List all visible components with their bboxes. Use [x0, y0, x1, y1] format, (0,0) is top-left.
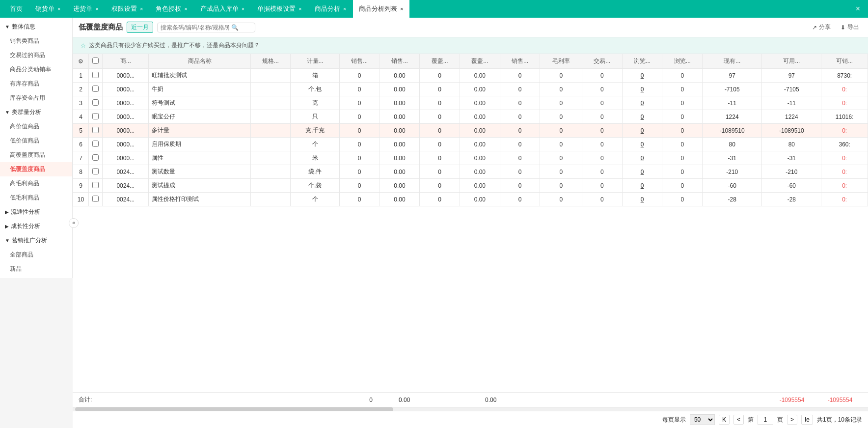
th-trade: 交易... [582, 54, 622, 69]
sidebar-section-overall[interactable]: ▼ 整体信息 [0, 20, 72, 34]
row-cover1: 0 [420, 138, 460, 151]
row-checkbox[interactable] [89, 69, 103, 83]
row-spec [250, 110, 291, 124]
sidebar-item-stock-capital[interactable]: 库存资金占用 [0, 91, 72, 105]
sidebar-item-high-margin[interactable]: 高毛利商品 [0, 176, 72, 191]
row-checkbox[interactable] [89, 124, 103, 138]
row-browse1[interactable]: 0 [622, 193, 662, 206]
row-checkbox[interactable] [89, 151, 103, 165]
row-checkbox[interactable] [89, 138, 103, 151]
th-settings[interactable]: ⚙ [73, 54, 89, 69]
first-page-button[interactable]: K [719, 415, 730, 425]
row-sales-amt: 0.00 [380, 83, 420, 96]
row-checkbox[interactable] [89, 193, 103, 206]
nav-permission[interactable]: 权限设置 × [106, 0, 149, 18]
select-all-checkbox[interactable] [92, 57, 99, 64]
row-browse1[interactable]: 0 [622, 151, 662, 165]
nav-product[interactable]: 产成品入库单 × [194, 0, 250, 18]
th-checkbox[interactable] [89, 54, 103, 69]
sidebar-item-low-value[interactable]: 低价值商品 [0, 134, 72, 148]
search-input[interactable] [161, 24, 229, 31]
sidebar-collapse-button[interactable]: « [69, 218, 79, 228]
row-select-checkbox[interactable] [92, 113, 99, 119]
nav-product-label: 产成品入库单 [200, 4, 239, 13]
sidebar-section-marketing[interactable]: ▼ 营销推广分析 [0, 233, 72, 248]
row-checkbox[interactable] [89, 110, 103, 124]
next-page-button[interactable]: > [787, 415, 797, 425]
sidebar-item-stock-goods[interactable]: 有库存商品 [0, 77, 72, 91]
row-checkbox[interactable] [89, 96, 103, 110]
sidebar: ▼ 整体信息 销售类商品 交易过的商品 商品分类动销率 有库存商品 库存资金占用… [0, 18, 73, 278]
row-browse1[interactable]: 0 [622, 110, 662, 124]
sidebar-item-category-rate[interactable]: 商品分类动销率 [0, 62, 72, 77]
row-sellable: 0: [821, 83, 868, 96]
row-select-checkbox[interactable] [92, 154, 99, 161]
row-sales-amt: 0.00 [380, 110, 420, 124]
date-filter-button[interactable]: 近一月 [127, 22, 153, 33]
sidebar-item-all-goods[interactable]: 全部商品 [0, 248, 72, 262]
sidebar-item-sales-goods[interactable]: 销售类商品 [0, 34, 72, 48]
row-available: -11 [762, 96, 821, 110]
sidebar-item-traded-goods[interactable]: 交易过的商品 [0, 48, 72, 62]
row-browse1[interactable]: 0 [622, 124, 662, 138]
row-select-checkbox[interactable] [92, 168, 99, 174]
row-browse1[interactable]: 0 [622, 179, 662, 193]
prev-page-button[interactable]: < [733, 415, 744, 425]
nav-template-close[interactable]: × [298, 6, 301, 12]
row-checkbox[interactable] [89, 179, 103, 193]
sidebar-item-high-coverage[interactable]: 高覆盖度商品 [0, 148, 72, 162]
row-browse1[interactable]: 0 [622, 83, 662, 96]
row-checkbox[interactable] [89, 83, 103, 96]
row-code: 0024... [103, 179, 149, 193]
nav-analysis[interactable]: 商品分析 × [309, 0, 352, 18]
row-browse1[interactable]: 0 [622, 138, 662, 151]
nav-analysis-list-close[interactable]: × [400, 6, 403, 12]
sidebar-section-growth[interactable]: ▶ 成长性分析 [0, 219, 72, 233]
row-checkbox[interactable] [89, 165, 103, 179]
row-browse1[interactable]: 0 [622, 165, 662, 179]
nav-purchase-close[interactable]: × [95, 6, 98, 12]
row-browse1[interactable]: 0 [622, 96, 662, 110]
export-button[interactable]: ⬇ 导出 [838, 22, 862, 32]
row-trade: 0 [582, 151, 622, 165]
nav-home[interactable]: 首页 [4, 0, 28, 18]
sidebar-section-group[interactable]: ▼ 类群量分析 [0, 105, 72, 119]
search-icon[interactable]: 🔍 [231, 24, 239, 31]
row-gross-rate: 0 [540, 83, 582, 96]
row-code: 0000... [103, 138, 149, 151]
sidebar-item-new-goods[interactable]: 新品 [0, 262, 72, 276]
nav-analysis-list[interactable]: 商品分析列表 × [353, 0, 409, 18]
table-row: 90024...测试提成个,袋00.0000.0000000-60-600: [73, 179, 868, 193]
sidebar-item-high-value[interactable]: 高价值商品 [0, 119, 72, 134]
last-page-button[interactable]: Ie [801, 415, 813, 425]
sidebar-item-low-margin[interactable]: 低毛利商品 [0, 191, 72, 205]
nav-purchase[interactable]: 进货单 × [67, 0, 104, 18]
nav-analysis-close[interactable]: × [343, 6, 346, 12]
nav-role-close[interactable]: × [184, 6, 187, 12]
share-button[interactable]: ↗ 分享 [809, 22, 834, 32]
row-select-checkbox[interactable] [92, 86, 99, 92]
nav-sales-close[interactable]: × [57, 6, 60, 12]
sidebar-item-low-coverage[interactable]: 低覆盖度商品 [0, 162, 72, 176]
page-number-input[interactable] [758, 415, 773, 425]
per-page-select[interactable]: 50 10 20 100 [690, 414, 715, 425]
row-select-checkbox[interactable] [92, 182, 99, 188]
row-select-checkbox[interactable] [92, 127, 99, 133]
nav-sales[interactable]: 销货单 × [29, 0, 66, 18]
nav-analysis-list-label: 商品分析列表 [359, 4, 397, 13]
row-select-checkbox[interactable] [92, 141, 99, 147]
row-select-checkbox[interactable] [92, 196, 99, 202]
nav-global-close[interactable]: × [852, 4, 864, 13]
row-unit: 个,袋 [291, 179, 339, 193]
row-cover1: 0 [420, 124, 460, 138]
nav-template[interactable]: 单据模板设置 × [251, 0, 307, 18]
row-gross-rate: 0 [540, 110, 582, 124]
nav-role[interactable]: 角色授权 × [150, 0, 193, 18]
horizontal-scrollbar[interactable] [73, 407, 868, 411]
nav-product-close[interactable]: × [242, 6, 244, 12]
row-browse1[interactable]: 0 [622, 69, 662, 83]
row-select-checkbox[interactable] [92, 72, 99, 78]
sidebar-section-flow[interactable]: ▶ 流通性分析 [0, 205, 72, 219]
row-select-checkbox[interactable] [92, 99, 99, 106]
nav-permission-close[interactable]: × [140, 6, 143, 12]
